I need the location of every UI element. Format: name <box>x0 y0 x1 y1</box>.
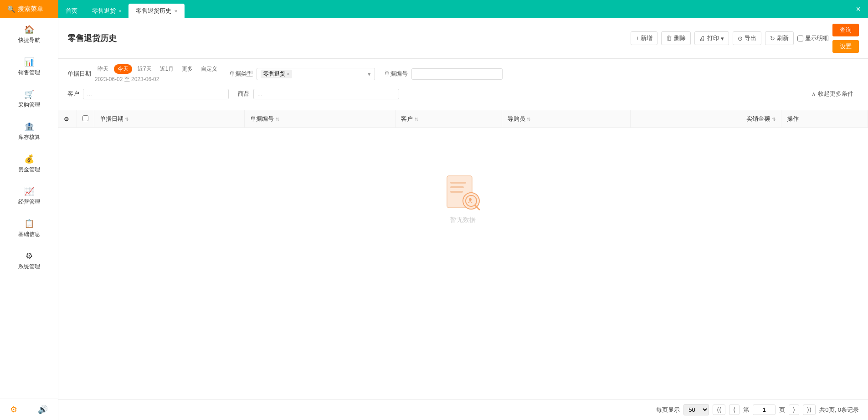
th-amount-label: 实销金额 <box>746 115 770 122</box>
tab-retail-return-history-label: 零售退货历史 <box>136 7 171 15</box>
sidebar-item-system[interactable]: ⚙ 系统管理 <box>0 245 58 277</box>
table-settings-icon[interactable]: ⚙ <box>64 116 69 123</box>
search-menu-btn[interactable]: 🔍 搜索菜单 <box>0 0 58 18</box>
collapse-filter-btn[interactable]: ∧ 收起更多条件 <box>806 88 859 100</box>
th-settings[interactable]: ⚙ <box>58 110 77 128</box>
bill-type-dropdown[interactable]: 零售退货 × ▾ <box>257 68 375 80</box>
bill-no-input[interactable] <box>411 68 503 80</box>
total-info: 共0页, 0条记录 <box>819 406 859 414</box>
export-icon: ⊙ <box>738 35 743 42</box>
first-page-btn[interactable]: ⟨⟨ <box>713 405 725 415</box>
date-yesterday[interactable]: 昨天 <box>95 64 111 74</box>
svg-point-7 <box>469 198 472 201</box>
page-header: 零售退货历史 + 新增 🗑 删除 🖨 打印 ▾ ⊙ 导出 ↻ 刷新 <box>58 18 868 59</box>
header-actions: + 新增 🗑 删除 🖨 打印 ▾ ⊙ 导出 ↻ 刷新 显示明细 <box>631 24 859 53</box>
filter-row-2: 客户 ... 商品 ... ∧ 收起更多条件 <box>67 88 859 100</box>
refresh-icon: ↻ <box>770 35 775 42</box>
th-guide[interactable]: 导购员 ⇅ <box>502 110 630 128</box>
tab-retail-return-close[interactable]: × <box>118 8 121 14</box>
main-layout: 🏠 快捷导航 📊 销售管理 🛒 采购管理 🏦 库存核算 💰 资金管理 📈 经营管… <box>0 18 868 420</box>
goods-input[interactable]: ... <box>253 89 399 99</box>
goods-label: 商品 <box>238 90 250 98</box>
th-bill-date[interactable]: 单据日期 ⇅ <box>94 110 245 128</box>
filter-row-1: 单据日期 昨天 今天 近7天 近1月 更多 自定义 2023-06-02 至 2… <box>67 64 859 83</box>
content-area: 零售退货历史 + 新增 🗑 删除 🖨 打印 ▾ ⊙ 导出 ↻ 刷新 <box>58 18 868 420</box>
display-switch[interactable]: 显示明细 <box>797 34 829 42</box>
customer-input[interactable]: ... <box>83 89 229 99</box>
tab-retail-return-history-close[interactable]: × <box>174 8 177 14</box>
sidebar-item-operations[interactable]: 📈 经营管理 <box>0 180 58 212</box>
setting-button[interactable]: 设置 <box>832 40 859 53</box>
date-buttons: 昨天 今天 近7天 近1月 更多 自定义 <box>95 64 220 74</box>
purchase-icon: 🛒 <box>24 89 34 99</box>
sidebar-item-finance[interactable]: 💰 资金管理 <box>0 148 58 180</box>
tab-home[interactable]: 首页 <box>58 4 85 18</box>
bill-type-tag-value: 零售退货 <box>263 70 285 78</box>
export-button[interactable]: ⊙ 导出 <box>733 31 761 45</box>
th-bill-date-label: 单据日期 <box>100 115 123 122</box>
refresh-button[interactable]: ↻ 刷新 <box>765 31 794 45</box>
basic-info-icon: 📋 <box>24 219 34 229</box>
th-amount[interactable]: 实销金额 ⇅ <box>630 110 781 128</box>
search-label: 搜索菜单 <box>18 5 43 13</box>
sidebar-audio-btn[interactable]: 🔊 <box>38 405 48 415</box>
th-bill-no[interactable]: 单据编号 ⇅ <box>245 110 395 128</box>
sidebar-item-operations-label: 经营管理 <box>18 198 40 206</box>
page-suffix-label: 页 <box>779 406 785 414</box>
prev-page-btn[interactable]: ⟨ <box>729 405 740 415</box>
date-1month[interactable]: 近1月 <box>157 64 177 74</box>
filter-area: 单据日期 昨天 今天 近7天 近1月 更多 自定义 2023-06-02 至 2… <box>58 59 868 110</box>
th-customer[interactable]: 客户 ⇅ <box>395 110 502 128</box>
top-bar: 🔍 搜索菜单 首页 零售退货 × 零售退货历史 × × <box>0 0 868 18</box>
sidebar-item-finance-label: 资金管理 <box>18 166 40 174</box>
empty-state: 暂无数据 <box>58 128 868 270</box>
bill-no-label: 单据编号 <box>384 70 408 78</box>
select-all-checkbox[interactable] <box>82 115 88 121</box>
next-page-btn[interactable]: ⟩ <box>789 405 799 415</box>
page-size-select[interactable]: 20 50 100 200 <box>683 404 709 415</box>
page-prefix-label: 第 <box>743 406 749 414</box>
bill-type-dropdown-arrow: ▾ <box>368 71 371 77</box>
bill-type-filter: 单据类型 零售退货 × ▾ <box>229 68 375 80</box>
amount-sort-icon: ⇅ <box>772 117 776 122</box>
goods-filter: 商品 ... <box>238 89 399 99</box>
svg-rect-1 <box>450 182 466 184</box>
tab-retail-return-history[interactable]: 零售退货历史 × <box>128 4 184 18</box>
search-icon: 🔍 <box>7 5 15 13</box>
add-button[interactable]: + 新增 <box>631 31 657 45</box>
date-more[interactable]: 更多 <box>179 64 195 74</box>
bill-type-tag-close[interactable]: × <box>287 72 289 77</box>
data-table: ⚙ 单据日期 ⇅ 单据编号 ⇅ <box>58 110 868 270</box>
th-customer-label: 客户 <box>401 115 413 122</box>
tab-retail-return[interactable]: 零售退货 × <box>85 4 128 18</box>
refresh-label: 刷新 <box>777 34 789 42</box>
date-filter: 单据日期 昨天 今天 近7天 近1月 更多 自定义 2023-06-02 至 2… <box>67 64 220 83</box>
sidebar-item-quicknav[interactable]: 🏠 快捷导航 <box>0 18 58 51</box>
sidebar-settings-btn[interactable]: ⚙ <box>10 405 17 415</box>
bill-date-sort-icon: ⇅ <box>125 117 128 122</box>
sidebar-item-purchase[interactable]: 🛒 采购管理 <box>0 83 58 115</box>
print-icon: 🖨 <box>699 35 705 42</box>
last-page-btn[interactable]: ⟩⟩ <box>803 405 816 415</box>
date-today[interactable]: 今天 <box>114 64 132 74</box>
display-switch-checkbox[interactable] <box>797 36 803 41</box>
th-checkbox[interactable] <box>77 110 94 128</box>
sidebar-item-basic-info[interactable]: 📋 基础信息 <box>0 212 58 245</box>
quicknav-icon: 🏠 <box>24 25 34 35</box>
th-operation: 操作 <box>781 110 868 128</box>
svg-rect-3 <box>450 191 463 193</box>
sidebar-item-inventory[interactable]: 🏦 库存核算 <box>0 115 58 148</box>
delete-button[interactable]: 🗑 删除 <box>661 31 691 45</box>
window-close-btn[interactable]: × <box>848 5 868 14</box>
sidebar-item-basic-info-label: 基础信息 <box>18 230 40 238</box>
print-button[interactable]: 🖨 打印 ▾ <box>694 31 729 45</box>
page-number-input[interactable] <box>753 405 776 415</box>
query-button[interactable]: 查询 <box>832 24 859 36</box>
date-custom[interactable]: 自定义 <box>198 64 220 74</box>
svg-rect-2 <box>450 186 464 188</box>
bill-no-filter: 单据编号 <box>384 68 503 80</box>
sidebar-item-sales[interactable]: 📊 销售管理 <box>0 51 58 83</box>
date-7days[interactable]: 近7天 <box>135 64 154 74</box>
empty-icon <box>440 174 486 216</box>
bill-no-sort-icon: ⇅ <box>276 117 279 122</box>
